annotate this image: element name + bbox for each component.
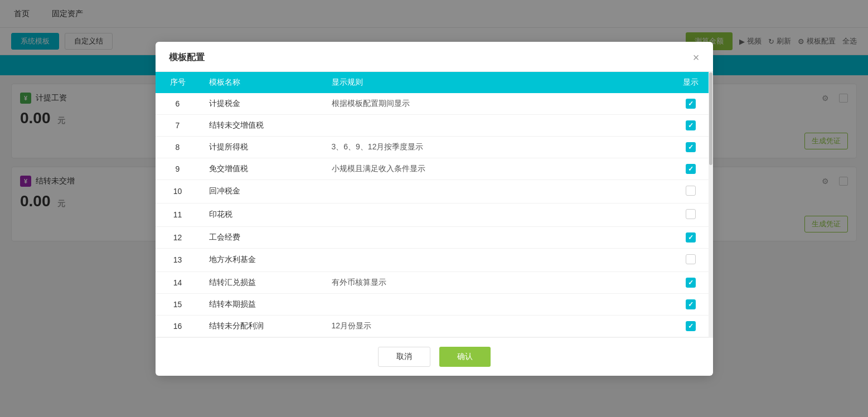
cell-checkbox[interactable]	[668, 226, 713, 248]
cell-seq: 14	[156, 271, 200, 293]
checkbox-checked[interactable]	[686, 99, 696, 109]
modal-close-button[interactable]: ×	[693, 52, 700, 63]
checkbox-unchecked[interactable]	[686, 186, 696, 196]
config-table: 序号 模板名称 显示规则 显示 6计提税金根据模板配置期间显示7结转未交增值税8…	[156, 72, 713, 337]
checkbox-checked[interactable]	[686, 164, 696, 174]
table-row: 8计提所得税3、6、9、12月按季度显示	[156, 136, 713, 158]
table-row: 13地方水利基金	[156, 248, 713, 271]
checkbox-checked[interactable]	[686, 232, 696, 243]
modal-footer: 取消 确认	[156, 337, 713, 376]
checkbox-unchecked[interactable]	[686, 209, 696, 219]
cell-seq: 9	[156, 158, 200, 180]
checkbox-checked[interactable]	[686, 142, 696, 152]
cell-name: 计提税金	[200, 93, 323, 115]
cell-name: 免交增值税	[200, 158, 323, 180]
col-header-name: 模板名称	[200, 72, 323, 93]
modal-table-wrap: 序号 模板名称 显示规则 显示 6计提税金根据模板配置期间显示7结转未交增值税8…	[156, 72, 713, 337]
cancel-button[interactable]: 取消	[378, 347, 430, 367]
modal-header: 模板配置 ×	[156, 42, 713, 72]
checkbox-checked[interactable]	[686, 299, 696, 309]
checkbox-unchecked[interactable]	[686, 254, 696, 264]
modal-title: 模板配置	[169, 52, 205, 64]
table-row: 9免交增值税小规模且满足收入条件显示	[156, 158, 713, 180]
cell-rule	[323, 248, 668, 271]
cell-name: 工会经费	[200, 226, 323, 248]
table-row: 6计提税金根据模板配置期间显示	[156, 93, 713, 115]
col-header-seq: 序号	[156, 72, 200, 93]
cell-rule: 12月份显示	[323, 315, 668, 337]
table-row: 12工会经费	[156, 226, 713, 248]
cell-rule	[323, 114, 668, 136]
col-header-rule: 显示规则	[323, 72, 668, 93]
table-row: 10回冲税金	[156, 180, 713, 203]
cell-seq: 12	[156, 226, 200, 248]
cell-seq: 16	[156, 315, 200, 337]
cell-name: 回冲税金	[200, 180, 323, 203]
cell-name: 印花税	[200, 203, 323, 226]
cell-seq: 7	[156, 114, 200, 136]
cell-name: 结转未交增值税	[200, 114, 323, 136]
cell-checkbox[interactable]	[668, 114, 713, 136]
scrollbar-track[interactable]	[709, 72, 713, 337]
cell-seq: 8	[156, 136, 200, 158]
cell-rule	[323, 226, 668, 248]
cell-name: 结转本期损益	[200, 293, 323, 315]
cell-seq: 10	[156, 180, 200, 203]
cell-checkbox[interactable]	[668, 180, 713, 203]
cell-checkbox[interactable]	[668, 248, 713, 271]
cell-rule: 有外币核算显示	[323, 271, 668, 293]
cell-checkbox[interactable]	[668, 93, 713, 115]
scrollbar-thumb[interactable]	[709, 72, 712, 166]
table-row: 16结转未分配利润12月份显示	[156, 315, 713, 337]
cell-rule	[323, 293, 668, 315]
cell-checkbox[interactable]	[668, 158, 713, 180]
cell-checkbox[interactable]	[668, 293, 713, 315]
cell-name: 计提所得税	[200, 136, 323, 158]
cell-checkbox[interactable]	[668, 315, 713, 337]
confirm-button[interactable]: 确认	[439, 347, 491, 367]
checkbox-checked[interactable]	[686, 321, 696, 331]
table-row: 15结转本期损益	[156, 293, 713, 315]
cell-name: 结转汇兑损益	[200, 271, 323, 293]
table-row: 7结转未交增值税	[156, 114, 713, 136]
cell-rule: 根据模板配置期间显示	[323, 93, 668, 115]
cell-rule: 小规模且满足收入条件显示	[323, 158, 668, 180]
cell-checkbox[interactable]	[668, 271, 713, 293]
cell-rule	[323, 180, 668, 203]
modal-overlay: 模板配置 × 序号 模板名称 显示规则 显示 6计提税金根据模板配置期间显	[0, 0, 868, 417]
cell-checkbox[interactable]	[668, 203, 713, 226]
cell-seq: 11	[156, 203, 200, 226]
checkbox-checked[interactable]	[686, 278, 696, 288]
modal-template-config: 模板配置 × 序号 模板名称 显示规则 显示 6计提税金根据模板配置期间显	[156, 42, 713, 376]
col-header-display: 显示	[668, 72, 713, 93]
cell-rule: 3、6、9、12月按季度显示	[323, 136, 668, 158]
cell-rule	[323, 203, 668, 226]
modal-table: 序号 模板名称 显示规则 显示 6计提税金根据模板配置期间显示7结转未交增值税8…	[156, 72, 713, 337]
cell-checkbox[interactable]	[668, 136, 713, 158]
cell-seq: 6	[156, 93, 200, 115]
checkbox-checked[interactable]	[686, 120, 696, 130]
table-row: 14结转汇兑损益有外币核算显示	[156, 271, 713, 293]
cell-seq: 13	[156, 248, 200, 271]
cell-seq: 15	[156, 293, 200, 315]
table-row: 11印花税	[156, 203, 713, 226]
cell-name: 结转未分配利润	[200, 315, 323, 337]
cell-name: 地方水利基金	[200, 248, 323, 271]
